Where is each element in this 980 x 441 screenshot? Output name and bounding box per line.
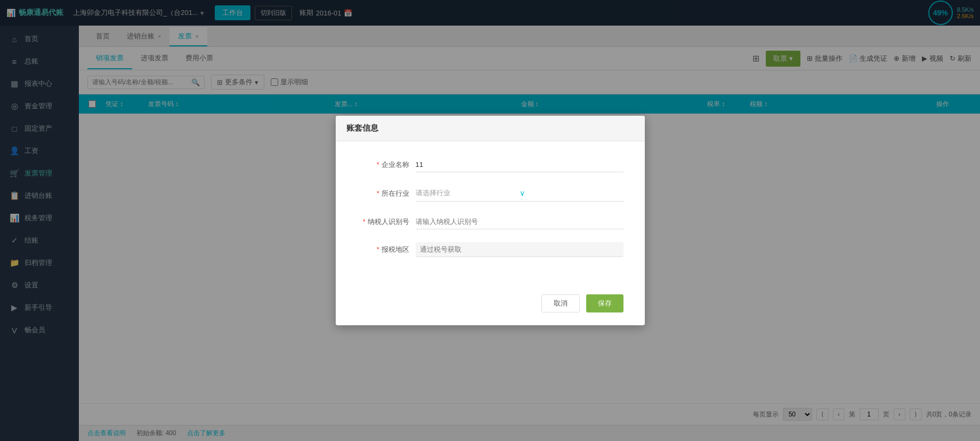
- save-button[interactable]: 保存: [586, 294, 623, 312]
- dialog-title: 账套信息: [346, 123, 378, 132]
- industry-select[interactable]: 请选择行业 ∨: [416, 185, 623, 202]
- tax-region-label-text: 报税地区: [382, 245, 409, 253]
- industry-dropdown-icon: ∨: [520, 189, 623, 197]
- form-row-tax-id: * 纳税人识别号: [357, 214, 623, 229]
- form-row-industry: * 所在行业 请选择行业 ∨: [357, 185, 623, 202]
- form-row-tax-region: * 报税地区: [357, 242, 623, 257]
- industry-label-text: 所在行业: [382, 189, 409, 197]
- modal-overlay: 账套信息 * 企业名称 * 所在行业 请选择行业 ∨: [0, 0, 980, 441]
- form-row-company: * 企业名称: [357, 157, 623, 172]
- tax-id-input[interactable]: [416, 214, 623, 229]
- dialog-body: * 企业名称 * 所在行业 请选择行业 ∨ * 纳: [336, 141, 645, 286]
- tax-region-label: * 报税地区: [357, 245, 416, 254]
- required-marker: *: [377, 161, 379, 169]
- tax-region-input: [416, 242, 623, 257]
- required-marker-4: *: [377, 245, 379, 253]
- company-name-label-text: 企业名称: [382, 161, 409, 169]
- dialog-header: 账套信息: [336, 116, 645, 141]
- required-marker-2: *: [377, 189, 379, 197]
- dialog-footer: 取消 保存: [336, 286, 645, 325]
- required-marker-3: *: [363, 218, 366, 226]
- company-name-input[interactable]: [416, 157, 623, 172]
- industry-label: * 所在行业: [357, 189, 416, 198]
- account-info-dialog: 账套信息 * 企业名称 * 所在行业 请选择行业 ∨: [336, 116, 645, 325]
- tax-id-label: * 纳税人识别号: [357, 217, 416, 227]
- industry-placeholder: 请选择行业: [416, 188, 520, 198]
- cancel-button[interactable]: 取消: [541, 294, 580, 312]
- company-name-label: * 企业名称: [357, 160, 416, 170]
- tax-id-label-text: 纳税人识别号: [368, 218, 409, 226]
